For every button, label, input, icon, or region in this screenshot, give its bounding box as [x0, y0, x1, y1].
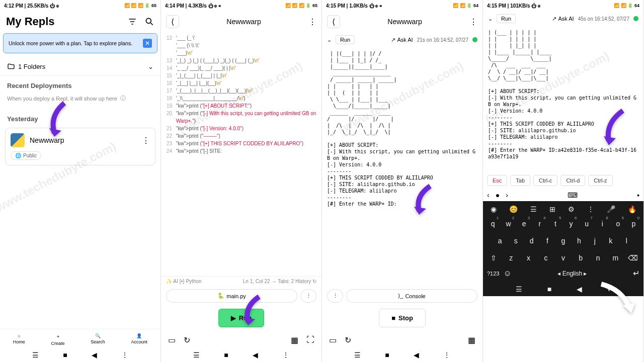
folders-row[interactable]: 1 Folders ⌄	[0, 57, 160, 76]
code-editor[interactable]: 12'___ (_ \' '___ (\ \\ \\' '___)\n'13'_…	[161, 32, 321, 276]
tool-row: ▭↻ ▦	[322, 332, 482, 348]
ctrld-key[interactable]: Ctrl-d	[560, 175, 585, 186]
chevron-down-icon[interactable]: ⌄	[488, 16, 493, 22]
expand-icon[interactable]: ⛶	[306, 335, 314, 345]
python-icon	[11, 133, 25, 147]
status-bar: 4:15 PM | 101KB/s ⏻ ⊘📶 📶 🔋 64	[483, 0, 643, 11]
page-title: Newwwarp	[387, 18, 422, 26]
ask-ai-button[interactable]: ↗ Ask AI	[391, 37, 413, 43]
status-dot	[633, 16, 638, 21]
deployments-title: Recent Deployments	[0, 76, 160, 93]
repl-card[interactable]: Newwwarp ⋮ 🌐 Public	[5, 128, 155, 165]
status-bar: 4:14 PM | 4.3KB/s ⏻ ⊘ ◀📶 📶 📶 🔋 65	[161, 0, 321, 11]
tool-row: ▭↻ ▦⛶	[161, 332, 321, 348]
shift-key[interactable]: ⇧	[485, 251, 503, 265]
system-nav: ☰■◀⋮	[161, 348, 321, 362]
bottom-nav: ⌂Home ＋Create 🔍Search 👤Account	[0, 329, 160, 348]
backspace-key[interactable]: ⌫	[624, 251, 642, 265]
run-chip[interactable]: Run	[497, 14, 516, 23]
space-key[interactable]: ◂ English ▸	[516, 270, 629, 277]
info-icon: ⓘ	[120, 95, 126, 102]
back-button[interactable]: ⟨	[166, 15, 179, 28]
page-title: Newwwarp	[226, 18, 261, 26]
status-dot	[472, 37, 477, 42]
pill-menu[interactable]: ⋮	[300, 289, 316, 303]
filter-icon[interactable]	[127, 17, 137, 27]
run-time: 45s on 16:14:52, 07/27	[578, 16, 629, 22]
upgrade-banner[interactable]: Unlock more power with a plan. Tap to ex…	[3, 33, 157, 53]
grid-icon[interactable]: ▦	[291, 335, 298, 345]
file-pill[interactable]: 🐍 main.py	[166, 289, 297, 303]
stop-button[interactable]: ■ Stop	[379, 309, 426, 327]
tab-key[interactable]: Tab	[510, 175, 530, 186]
keyboard-icon[interactable]: ⌨	[568, 191, 578, 199]
nav-home[interactable]: ⌂Home	[13, 333, 25, 346]
kb-toolbar: ‹●› ⌨ ▪	[483, 189, 643, 201]
sidebar-icon[interactable]: ▭	[329, 335, 337, 345]
keyboard: ◉😊☰⊞⚙⋮🎤🔥 q1w2e3r4t5y6u7i8o9p0 asdfghjkl …	[483, 201, 643, 282]
console-pill[interactable]: ⟩_ Console	[346, 289, 477, 303]
more-icon[interactable]: ⋮	[142, 136, 150, 145]
status-bar: 4:15 PM | 1.0KB/s ⏻ ⊘ ◀📶 📶 🔋 64	[322, 0, 482, 11]
enter-key[interactable]: ↵	[633, 268, 639, 278]
editor-status: ✨ AI {•} Python Ln 1, Col 22 → Tabs: 2 H…	[161, 276, 321, 286]
more-icon[interactable]: ⋮	[308, 17, 316, 27]
chevron-down-icon[interactable]: ⌄	[327, 37, 332, 43]
collapse-icon[interactable]: ▪	[637, 191, 639, 199]
key-shortcuts: Esc Tab Ctrl-c Ctrl-d Ctrl-z	[483, 172, 643, 189]
system-nav: ☰■◀▾	[483, 282, 643, 296]
chevron-down-icon: ⌄	[148, 63, 153, 70]
run-button[interactable]: ▶ Run	[218, 309, 264, 327]
deploy-hint: When you deploy a Repl, it will show up …	[0, 93, 160, 109]
pill-menu[interactable]: ⋮	[327, 289, 343, 303]
public-badge: 🌐 Public	[11, 151, 41, 160]
sidebar-icon[interactable]: ▭	[168, 335, 176, 345]
refresh-icon[interactable]: ↻	[345, 335, 351, 345]
ask-ai-button[interactable]: ↗ Ask AI	[552, 16, 574, 22]
ctrlz-key[interactable]: Ctrl-z	[588, 175, 612, 186]
grid-icon[interactable]: ▦	[468, 335, 475, 345]
yesterday-title: Yesterday	[0, 109, 160, 126]
close-icon[interactable]: ✕	[143, 39, 152, 48]
more-icon[interactable]: ⋮	[469, 17, 477, 27]
system-nav: ☰■◀⋮	[322, 348, 482, 362]
num-key[interactable]: ?123	[487, 270, 499, 277]
run-chip[interactable]: Run	[336, 35, 355, 44]
system-nav: ☰■◀⋮	[0, 348, 160, 362]
page-title: My Repls	[6, 15, 55, 28]
nav-create[interactable]: ＋Create	[51, 333, 65, 346]
console-output: | |(___| | | |/ / | |___ | |_| / /_ |___…	[322, 47, 482, 286]
esc-key[interactable]: Esc	[487, 175, 507, 186]
search-icon[interactable]	[144, 17, 154, 27]
nav-account[interactable]: 👤Account	[131, 333, 148, 346]
ctrlc-key[interactable]: Ctrl-c	[533, 175, 557, 186]
run-time: 21s on 16:14:52, 07/27	[417, 37, 468, 43]
svg-point-0	[146, 18, 151, 23]
status-bar: 4:12 PM | 25.5KB/s ⏻ ⊘ 📶 📶 📶 🔋 65	[0, 0, 160, 11]
emoji-key[interactable]: ☺	[503, 269, 511, 278]
refresh-icon[interactable]: ↻	[184, 335, 190, 345]
console-output: | (___ | | | | | | | | | | | | | | | |_|…	[483, 26, 643, 172]
nav-search[interactable]: 🔍Search	[91, 333, 105, 346]
back-button[interactable]: ⟨	[327, 15, 340, 28]
